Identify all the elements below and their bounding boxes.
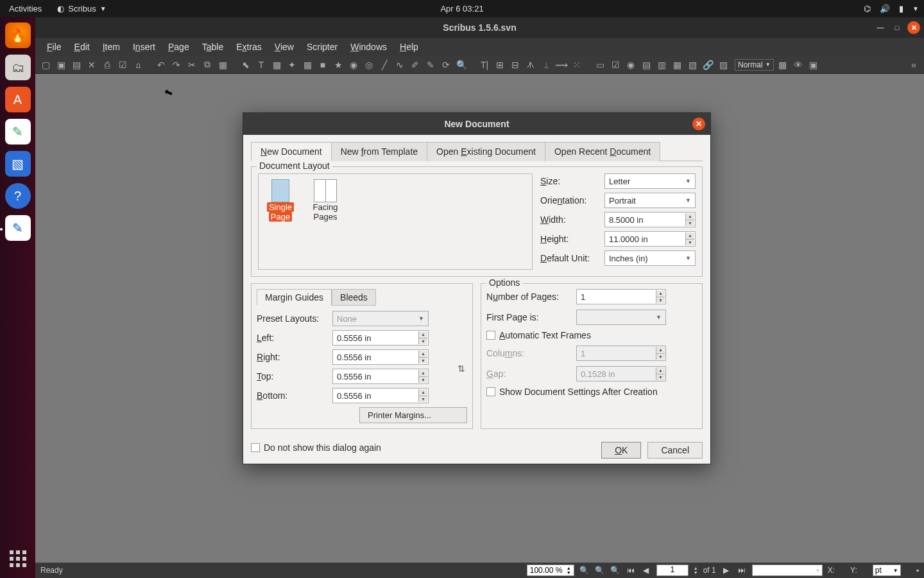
minimize-button[interactable]: — (874, 21, 887, 34)
layer-combo[interactable]: ▼ (752, 565, 823, 576)
pdf-textfield-icon[interactable]: ▤ (640, 58, 653, 71)
view-quality-combo[interactable]: Normal ▼ (735, 59, 774, 71)
zoom-in-icon[interactable]: 🔍 (610, 566, 620, 575)
pdf-link-icon[interactable]: 🔗 (701, 58, 714, 71)
layout-facing-pages[interactable]: Facing Pages (309, 179, 342, 264)
menu-edit[interactable]: Edit (69, 40, 95, 54)
dont-show-again-check[interactable]: Do not show this dialog again (251, 442, 595, 453)
toolbar-overflow-icon[interactable]: » (907, 58, 920, 71)
colormgmt-icon[interactable]: ▩ (776, 58, 789, 71)
tab-open-recent[interactable]: Open Recent Document (545, 142, 660, 161)
close-button[interactable]: ✕ (907, 21, 920, 34)
menu-page[interactable]: Page (163, 40, 194, 54)
calligraphy-icon[interactable]: ✎ (424, 58, 437, 71)
print-icon[interactable]: ⎙ (101, 58, 114, 71)
measure-icon[interactable]: ⟂ (540, 58, 552, 71)
storyeditor-icon[interactable]: ⊞ (493, 58, 506, 71)
undo-icon[interactable]: ↶ (155, 58, 167, 71)
system-tray[interactable]: ⌬ 🔊 ▮ ▼ (864, 4, 919, 13)
chevron-down-icon[interactable]: ▼ (912, 5, 919, 12)
close-icon[interactable]: ✕ (85, 58, 98, 71)
copyprops-icon[interactable]: ⟿ (555, 58, 568, 71)
menu-insert[interactable]: Insert (128, 40, 160, 54)
rotate-icon[interactable]: ⟳ (440, 58, 452, 71)
linkframes-icon[interactable]: ⊟ (509, 58, 522, 71)
cut-icon[interactable]: ✂ (185, 58, 198, 71)
layout-single-page[interactable]: Single Page (264, 179, 297, 264)
preflight-icon[interactable]: ☑ (116, 58, 129, 71)
pdf-listbox-icon[interactable]: ▦ (671, 58, 683, 71)
tab-bleeds[interactable]: Bleeds (332, 289, 376, 306)
last-page-icon[interactable]: ⏭ (737, 566, 747, 575)
preview-icon[interactable]: 👁 (792, 58, 805, 71)
edittext-icon[interactable]: T| (478, 58, 491, 71)
eyedropper-icon[interactable]: ⁙ (570, 58, 583, 71)
pdf-checkbox-icon[interactable]: ☑ (609, 58, 622, 71)
dialog-close-button[interactable]: ✕ (692, 118, 705, 130)
zoom-out-icon[interactable]: 🔍 (579, 566, 590, 575)
save-icon[interactable]: ▤ (70, 58, 83, 71)
zoom-combo[interactable]: 100.00 % ▲▼ (527, 565, 574, 576)
renderframe-icon[interactable]: ✦ (286, 58, 298, 71)
pdf-radio-icon[interactable]: ◉ (624, 58, 637, 71)
tab-new-from-template[interactable]: New from Template (331, 142, 427, 161)
arc-icon[interactable]: ◉ (347, 58, 360, 71)
redo-icon[interactable]: ↷ (170, 58, 183, 71)
open-icon[interactable]: ▣ (55, 58, 67, 71)
menu-extras[interactable]: Extras (231, 40, 267, 54)
menu-table[interactable]: Table (197, 40, 228, 54)
next-page-icon[interactable]: ▶ (721, 566, 732, 575)
dock-firefox-icon[interactable]: 🔥 (5, 22, 31, 48)
cancel-button[interactable]: Cancel (647, 442, 703, 459)
select-icon[interactable]: ⬉ (239, 58, 252, 71)
zoom-icon[interactable]: 🔍 (455, 58, 468, 71)
left-margin-spin[interactable]: 0.5556 in▲▼ (332, 330, 429, 346)
default-unit-combo[interactable]: Inches (in)▼ (604, 250, 696, 266)
spiral-icon[interactable]: ◎ (363, 58, 375, 71)
network-icon[interactable]: ⌬ (864, 4, 871, 13)
new-icon[interactable]: ▢ (39, 58, 52, 71)
clock[interactable]: Apr 6 03:21 (440, 4, 483, 13)
orientation-combo[interactable]: Portrait▼ (604, 193, 696, 208)
editmode-icon[interactable]: ▣ (807, 58, 820, 71)
line-icon[interactable]: ╱ (378, 58, 391, 71)
textframe-icon[interactable]: T (255, 58, 268, 71)
pdf-3d-icon[interactable]: ▨ (717, 58, 730, 71)
polygon-icon[interactable]: ★ (332, 58, 345, 71)
volume-icon[interactable]: 🔊 (880, 4, 890, 13)
prev-page-icon[interactable]: ◀ (641, 566, 651, 575)
menu-item[interactable]: Item (98, 40, 125, 54)
dock-screenshot-icon[interactable]: ▧ (5, 151, 31, 177)
bezier-icon[interactable]: ∿ (393, 58, 406, 71)
unit-combo[interactable]: pt ▼ (873, 565, 901, 576)
first-page-icon[interactable]: ⏮ (626, 566, 636, 575)
page-number-input[interactable]: 1 (656, 565, 689, 576)
menu-help[interactable]: Help (395, 40, 424, 54)
printer-margins-button[interactable]: Printer Margins... (359, 407, 467, 423)
imageframe-icon[interactable]: ▩ (270, 58, 283, 71)
tab-margin-guides[interactable]: Margin Guides (257, 289, 332, 306)
layout-listbox[interactable]: Single Page Facing Pages (258, 173, 533, 270)
num-pages-spin[interactable]: 1▲▼ (576, 289, 666, 304)
dock-help-icon[interactable]: ? (5, 183, 31, 209)
dock-apps-grid-icon[interactable] (5, 546, 31, 572)
unlinkframes-icon[interactable]: ⩚ (524, 58, 537, 71)
freehand-icon[interactable]: ✐ (409, 58, 422, 71)
app-menu[interactable]: ◐ Scribus ▼ (51, 4, 112, 13)
tab-new-document[interactable]: New Document (251, 142, 332, 161)
dock-files-icon[interactable]: 🗂 (5, 55, 31, 80)
paste-icon[interactable]: ▦ (216, 58, 229, 71)
top-margin-spin[interactable]: 0.5556 in▲▼ (332, 369, 429, 384)
dock-software-icon[interactable]: A (5, 87, 31, 112)
bottom-margin-spin[interactable]: 0.5556 in▲▼ (332, 388, 429, 403)
pdf-combobox-icon[interactable]: ▥ (655, 58, 668, 71)
status-extra-icon[interactable]: ▪ (916, 566, 919, 575)
pdf-pushbutton-icon[interactable]: ▭ (594, 58, 606, 71)
auto-text-frames-check[interactable]: Automatic Text Frames (486, 330, 697, 340)
dock-texteditor-icon[interactable]: ✎ (5, 119, 31, 144)
maximize-button[interactable]: □ (891, 21, 903, 34)
link-margins-icon[interactable]: ⇅ (456, 363, 467, 374)
menu-file[interactable]: File (42, 40, 67, 54)
menu-scripter[interactable]: Scripter (302, 40, 343, 54)
right-margin-spin[interactable]: 0.5556 in▲▼ (332, 349, 429, 365)
